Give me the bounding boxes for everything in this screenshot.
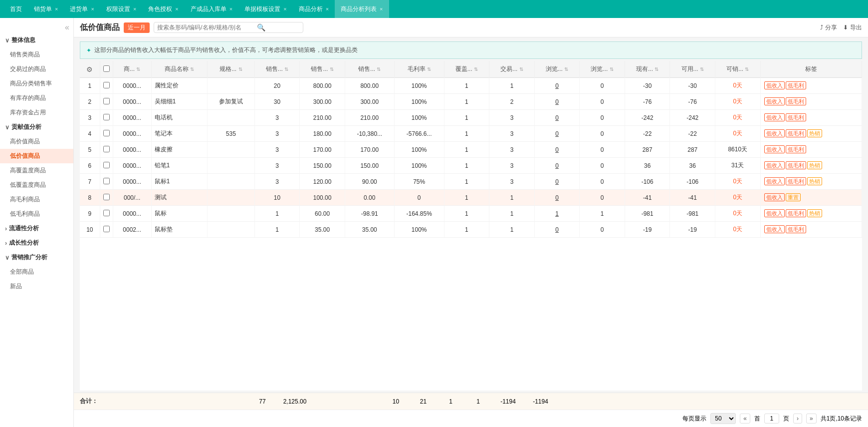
share-button[interactable]: ⤴ 分享 — [820, 23, 837, 32]
search-input[interactable] — [157, 24, 257, 31]
sidebar-item-sales-products[interactable]: 销售类商品 — [0, 47, 73, 62]
row-select-checkbox[interactable] — [103, 82, 110, 88]
row-select-checkbox[interactable] — [103, 146, 110, 152]
close-icon[interactable]: × — [91, 6, 94, 12]
close-icon[interactable]: × — [326, 6, 329, 12]
th-tags[interactable]: 标签 — [760, 61, 862, 78]
sidebar-item-inventory-capital[interactable]: 库存资金占用 — [0, 105, 73, 120]
browse1-link[interactable]: 0 — [555, 178, 559, 185]
row-browse1[interactable]: 0 — [534, 222, 580, 238]
close-icon[interactable]: × — [229, 6, 232, 12]
th-code[interactable]: 商... ⇅ — [113, 61, 151, 78]
row-select-checkbox[interactable] — [103, 210, 110, 216]
browse1-link[interactable]: 0 — [555, 114, 559, 121]
row-select-checkbox[interactable] — [103, 178, 110, 184]
row-checkbox[interactable] — [100, 222, 113, 238]
th-saleable[interactable]: 可销... ⇅ — [715, 61, 761, 78]
row-select-checkbox[interactable] — [103, 194, 110, 200]
browse1-link[interactable]: 0 — [555, 226, 559, 233]
th-sales1[interactable]: 销售... ⇅ — [254, 61, 300, 78]
row-browse1[interactable]: 0 — [534, 94, 580, 110]
row-checkbox[interactable] — [100, 206, 113, 222]
th-sales3[interactable]: 销售... ⇅ — [345, 61, 394, 78]
browse1-link[interactable]: 0 — [555, 82, 559, 89]
th-available-stock[interactable]: 可用... ⇅ — [670, 61, 715, 78]
nav-product-analysis[interactable]: 商品分析 × — [293, 0, 335, 18]
row-checkbox[interactable] — [100, 158, 113, 174]
row-browse1[interactable]: 0 — [534, 142, 580, 158]
row-browse1[interactable]: 0 — [534, 126, 580, 142]
data-table-container[interactable]: ⚙ 商... ⇅ 商品名称 ⇅ 规格... ⇅ 销售... ⇅ 销售... ⇅ … — [80, 61, 862, 391]
search-icon[interactable]: 🔍 — [257, 23, 265, 31]
close-icon[interactable]: × — [283, 6, 286, 12]
browse1-link[interactable]: 0 — [555, 98, 559, 105]
sidebar-item-traded-products[interactable]: 交易过的商品 — [0, 62, 73, 76]
settings-icon[interactable]: ⚙ — [86, 65, 93, 73]
row-select-checkbox[interactable] — [103, 162, 110, 168]
row-browse1[interactable]: 0 — [534, 78, 580, 94]
row-checkbox[interactable] — [100, 110, 113, 126]
close-icon[interactable]: × — [133, 6, 136, 12]
nav-template[interactable]: 单据模板设置 × — [238, 0, 292, 18]
th-name[interactable]: 商品名称 ⇅ — [151, 61, 207, 78]
nav-purchase-order[interactable]: 进货单 × — [64, 0, 100, 18]
sidebar-collapse-button[interactable]: « — [63, 23, 71, 32]
browse1-link[interactable]: 1 — [555, 210, 559, 217]
sidebar-item-category-sales-rate[interactable]: 商品分类销售率 — [0, 76, 73, 91]
row-browse1[interactable]: 1 — [534, 206, 580, 222]
th-coverage[interactable]: 覆盖... ⇅ — [444, 61, 489, 78]
browse1-link[interactable]: 0 — [555, 162, 559, 169]
sidebar-item-low-margin[interactable]: 低毛利商品 — [0, 207, 73, 221]
export-button[interactable]: ⬇ 导出 — [843, 23, 862, 32]
last-page-button[interactable]: » — [806, 414, 817, 424]
sidebar-group-overall[interactable]: ∨ 整体信息 — [0, 33, 73, 47]
th-trade[interactable]: 交易... ⇅ — [489, 61, 535, 78]
nav-product-analysis-list[interactable]: 商品分析列表 × — [335, 0, 389, 18]
sidebar-item-high-coverage[interactable]: 高覆盖度商品 — [0, 163, 73, 178]
th-gear[interactable]: ⚙ — [80, 61, 100, 78]
row-checkbox[interactable] — [100, 142, 113, 158]
row-browse1[interactable]: 0 — [534, 158, 580, 174]
browse1-link[interactable]: 0 — [555, 146, 559, 153]
sidebar-item-low-coverage[interactable]: 低覆盖度商品 — [0, 178, 73, 192]
th-sales2[interactable]: 销售... ⇅ — [300, 61, 345, 78]
nav-role-auth[interactable]: 角色授权 × — [142, 0, 184, 18]
per-page-select[interactable]: 50 100 200 — [710, 413, 736, 424]
row-select-checkbox[interactable] — [103, 98, 110, 104]
sidebar-group-growth[interactable]: › 成长性分析 — [0, 236, 73, 250]
th-browse2[interactable]: 浏览... ⇅ — [580, 61, 625, 78]
nav-sales-order[interactable]: 销货单 × — [28, 0, 64, 18]
row-checkbox[interactable] — [100, 174, 113, 190]
sidebar-group-marketing[interactable]: ∨ 营销推广分析 — [0, 250, 73, 265]
th-spec[interactable]: 规格... ⇅ — [208, 61, 255, 78]
th-checkbox[interactable] — [100, 61, 113, 78]
sidebar-group-contribution[interactable]: ∨ 贡献值分析 — [0, 120, 73, 134]
row-checkbox[interactable] — [100, 126, 113, 142]
sidebar-item-high-margin[interactable]: 高毛利商品 — [0, 192, 73, 207]
nav-home[interactable]: 首页 — [4, 0, 28, 18]
sidebar-item-new-products[interactable]: 新品 — [0, 279, 73, 294]
row-checkbox[interactable] — [100, 78, 113, 94]
row-checkbox[interactable] — [100, 94, 113, 110]
next-page-button[interactable]: › — [793, 414, 802, 424]
th-gross-margin[interactable]: 毛利率 ⇅ — [394, 61, 444, 78]
sidebar-group-liquidity[interactable]: › 流通性分析 — [0, 221, 73, 236]
row-select-checkbox[interactable] — [103, 114, 110, 120]
close-icon[interactable]: × — [55, 6, 58, 12]
row-browse1[interactable]: 0 — [534, 190, 580, 206]
sidebar-item-all-products[interactable]: 全部商品 — [0, 265, 73, 279]
row-select-checkbox[interactable] — [103, 226, 110, 232]
th-browse1[interactable]: 浏览... ⇅ — [534, 61, 580, 78]
select-all-checkbox[interactable] — [103, 65, 110, 72]
sidebar-item-high-value[interactable]: 高价值商品 — [0, 134, 73, 149]
row-browse1[interactable]: 0 — [534, 174, 580, 190]
nav-permissions[interactable]: 权限设置 × — [100, 0, 142, 18]
nav-product-in[interactable]: 产成品入库单 × — [185, 0, 238, 18]
sidebar-item-in-stock[interactable]: 有库存的商品 — [0, 91, 73, 105]
browse1-link[interactable]: 0 — [555, 194, 559, 201]
row-select-checkbox[interactable] — [103, 130, 110, 136]
browse1-link[interactable]: 0 — [555, 130, 559, 137]
close-icon[interactable]: × — [380, 6, 383, 12]
first-page-button[interactable]: « — [740, 414, 750, 424]
row-browse1[interactable]: 0 — [534, 110, 580, 126]
